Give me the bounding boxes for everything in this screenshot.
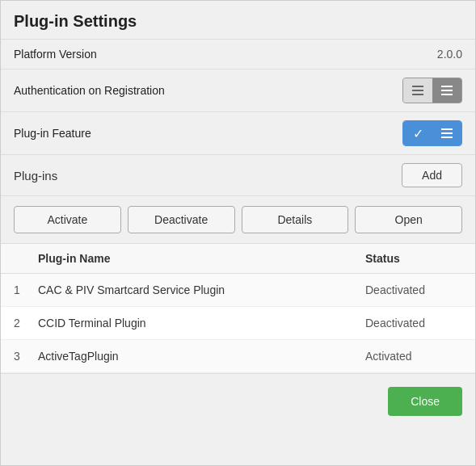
cell-name-1: CAC & PIV Smartcard Service Plugin bbox=[38, 283, 365, 296]
table-row[interactable]: 3 ActiveTagPlugin Activated bbox=[1, 340, 475, 373]
close-button[interactable]: Close bbox=[388, 387, 462, 416]
auth-registration-row: Authentication on Registration bbox=[1, 69, 475, 112]
plugin-settings-dialog: Plug-in Settings Platform Version 2.0.0 … bbox=[0, 0, 476, 466]
cell-status-2: Deactivated bbox=[365, 317, 462, 330]
col-name-header: Plug-in Name bbox=[38, 252, 365, 265]
toggle-right-panel bbox=[432, 78, 461, 103]
plugins-table: Plug-in Name Status 1 CAC & PIV Smartcar… bbox=[1, 244, 475, 374]
cell-name-2: CCID Terminal Plugin bbox=[38, 317, 365, 330]
table-header: Plug-in Name Status bbox=[1, 244, 475, 274]
lines-icon bbox=[412, 86, 423, 95]
footer: Close bbox=[1, 374, 475, 429]
table-row[interactable]: 1 CAC & PIV Smartcard Service Plugin Dea… bbox=[1, 274, 475, 307]
details-button[interactable]: Details bbox=[242, 206, 349, 233]
cell-status-1: Deactivated bbox=[365, 283, 462, 296]
toggle-lines-panel bbox=[432, 120, 461, 146]
auth-registration-toggle[interactable] bbox=[402, 78, 462, 103]
cell-num-1: 1 bbox=[14, 283, 38, 296]
platform-version-value: 2.0.0 bbox=[437, 48, 462, 61]
cell-name-3: ActiveTagPlugin bbox=[38, 350, 365, 363]
col-status-header: Status bbox=[365, 252, 462, 265]
title-bar: Plug-in Settings bbox=[1, 1, 475, 40]
toggle-check-panel: ✓ bbox=[403, 120, 432, 146]
action-buttons-row: Activate Deactivate Details Open bbox=[1, 196, 475, 244]
toggle-left-panel bbox=[403, 78, 432, 103]
lines-icon-white bbox=[441, 86, 453, 95]
plugin-feature-row: Plug-in Feature ✓ bbox=[1, 112, 475, 155]
plugin-feature-toggle[interactable]: ✓ bbox=[402, 120, 462, 146]
open-button[interactable]: Open bbox=[355, 206, 462, 233]
cell-status-3: Activated bbox=[365, 350, 462, 363]
deactivate-button[interactable]: Deactivate bbox=[128, 206, 235, 233]
plugin-feature-label: Plug-in Feature bbox=[14, 127, 91, 140]
table-row[interactable]: 2 CCID Terminal Plugin Deactivated bbox=[1, 307, 475, 340]
cell-num-2: 2 bbox=[14, 317, 38, 330]
dialog-title: Plug-in Settings bbox=[14, 12, 462, 31]
cell-num-3: 3 bbox=[14, 350, 38, 363]
plugins-label: Plug-ins bbox=[14, 169, 57, 183]
activate-button[interactable]: Activate bbox=[14, 206, 121, 233]
platform-version-label: Platform Version bbox=[14, 48, 97, 61]
add-button[interactable]: Add bbox=[402, 163, 462, 187]
platform-version-row: Platform Version 2.0.0 bbox=[1, 40, 475, 69]
lines-icon-active bbox=[441, 128, 453, 138]
auth-registration-label: Authentication on Registration bbox=[14, 84, 165, 97]
plugins-header-row: Plug-ins Add bbox=[1, 155, 475, 196]
checkmark-icon: ✓ bbox=[413, 126, 423, 141]
